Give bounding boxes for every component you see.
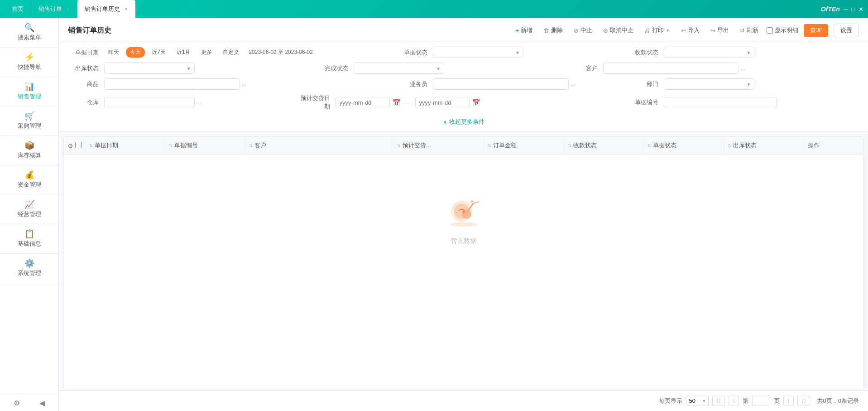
product-ellipsis-btn[interactable]: ... (242, 81, 246, 87)
display-toggle[interactable]: 显示明细 (767, 26, 798, 34)
calendar-end-icon[interactable]: 📅 (472, 99, 480, 106)
sort-customer-icon[interactable]: ⇅ (249, 143, 253, 148)
receipt-status-select[interactable] (664, 47, 754, 58)
receipt-status-select-wrapper (664, 47, 754, 58)
topbar-right: OfTEn ─ □ ✕ (821, 5, 863, 13)
th-date: ⇅ 单据日期 (85, 137, 165, 155)
sidebar-item-finance[interactable]: 💰 资金管理 (0, 165, 58, 195)
sort-amount-icon[interactable]: ⇅ (488, 143, 491, 148)
th-operations: 操作 (804, 137, 863, 155)
prev-page-button[interactable]: ⟨ (729, 396, 739, 406)
product-control: ... (104, 78, 397, 90)
settings-button[interactable]: 设置 (834, 24, 859, 37)
delivery-end-input[interactable] (415, 97, 470, 108)
collapse-sidebar-icon[interactable]: ◀ (39, 399, 45, 407)
date-today-btn[interactable]: 今天 (126, 47, 145, 58)
maximize-icon[interactable]: □ (851, 6, 855, 13)
sidebar-item-inventory[interactable]: 📦 库存核算 (0, 136, 58, 165)
sort-receipt-icon[interactable]: ⇅ (568, 143, 571, 148)
basic-info-icon: 📋 (24, 230, 34, 238)
close-sales-order-tab[interactable]: × (67, 6, 70, 12)
bill-status-control (433, 47, 628, 58)
warehouse-ellipsis-btn[interactable]: ... (197, 99, 201, 106)
per-page-select[interactable]: 10 20 50 100 (686, 396, 709, 406)
first-page-button[interactable]: ⟨⟨ (712, 396, 725, 406)
bill-number-input[interactable] (664, 97, 777, 108)
outbound-status-select[interactable] (104, 63, 195, 74)
select-all-checkbox[interactable] (75, 142, 82, 148)
delivery-start-input[interactable] (336, 97, 390, 108)
date-more-btn[interactable]: 更多 (197, 47, 216, 58)
import-button[interactable]: ↩ 导入 (678, 24, 702, 36)
outbound-select-wrapper (104, 63, 195, 74)
filter-row-3: 商品 ... 业务员 ... 部门 (68, 78, 859, 90)
complete-status-select[interactable] (354, 63, 444, 74)
calendar-start-icon[interactable]: 📅 (393, 99, 400, 106)
sort-outbound-icon[interactable]: ⇅ (728, 143, 731, 148)
cancel-stop-button[interactable]: ⊘ 取消中止 (600, 24, 636, 36)
bill-status-select[interactable] (433, 47, 523, 58)
display-toggle-checkbox[interactable] (767, 27, 773, 34)
th-receipt-status: ⇅ 收款状态 (564, 137, 644, 155)
sidebar-item-system[interactable]: ⚙️ 系统管理 (0, 254, 58, 283)
department-control (664, 78, 859, 90)
date-custom-btn[interactable]: 自定义 (219, 47, 243, 58)
search-icon: 🔍 (24, 24, 34, 32)
delete-button[interactable]: 🗑 删除 (541, 24, 566, 36)
date-1month-btn[interactable]: 近1月 (173, 47, 195, 58)
bill-number-label: 单据编号 (628, 98, 664, 106)
bill-status-select-wrapper (433, 47, 523, 58)
page-label: 第 (743, 397, 748, 405)
last-page-button[interactable]: ⟩⟩ (797, 396, 810, 406)
salesperson-input[interactable] (433, 78, 569, 90)
customer-ellipsis-btn[interactable]: ... (741, 65, 745, 72)
next-page-button[interactable]: ⟩ (783, 396, 794, 406)
table-area: ⚙ ⇅ 单据日期 ⇅ 单据编号 (63, 136, 863, 390)
tab-sales-order-history[interactable]: 销售订单历史 × (77, 0, 135, 18)
stop-button[interactable]: ⊘ 中止 (571, 24, 595, 36)
sort-number-icon[interactable]: ⇅ (169, 143, 173, 148)
print-button[interactable]: 🖨 打印 ▼ (642, 24, 673, 36)
collapse-button[interactable]: ∧ 收起更多条件 (443, 118, 484, 126)
department-select[interactable] (664, 78, 754, 90)
page-title: 销售订单历史 (68, 26, 111, 35)
table-header-row: ⚙ ⇅ 单据日期 ⇅ 单据编号 (64, 137, 863, 155)
refresh-button[interactable]: ↺ 刷新 (737, 24, 761, 36)
date-yesterday-btn[interactable]: 昨天 (104, 47, 123, 58)
tab-home[interactable]: 首页 (5, 0, 31, 18)
th-bill-status: ⇅ 单据状态 (644, 137, 724, 155)
sidebar-item-basic-info[interactable]: 📋 基础信息 (0, 224, 58, 254)
department-select-wrapper (664, 78, 754, 90)
sidebar-item-operations[interactable]: 📈 经营管理 (0, 195, 58, 224)
export-button[interactable]: ↪ 导出 (708, 24, 732, 36)
sidebar-item-quick-nav[interactable]: ⚡ 快捷导航 (0, 48, 58, 77)
add-button[interactable]: + 新增 (513, 24, 536, 36)
product-input[interactable] (104, 78, 240, 90)
sidebar-bottom: ⚙ ◀ (0, 395, 58, 411)
close-history-tab[interactable]: × (125, 6, 128, 12)
date-7days-btn[interactable]: 近7天 (148, 47, 170, 58)
customer-input[interactable] (603, 63, 739, 74)
total-text: 共0页，0条记录 (817, 397, 859, 405)
print-icon: 🖨 (644, 27, 650, 34)
query-button[interactable]: 查询 (804, 24, 828, 37)
sort-delivery-icon[interactable]: ⇅ (397, 143, 401, 148)
sort-date-icon[interactable]: ⇅ (89, 143, 93, 148)
settings-icon[interactable]: ⚙ (14, 399, 20, 407)
sidebar-item-search[interactable]: 🔍 搜索菜单 (0, 18, 58, 48)
finance-icon: 💰 (24, 171, 34, 179)
salesperson-control: ... (433, 78, 628, 90)
sidebar-item-sales[interactable]: 📊 销售管理 (0, 77, 58, 106)
content-area: 销售订单历史 + 新增 🗑 删除 ⊘ 中止 ⊘ 取消中止 (59, 18, 868, 411)
collapse-up-icon: ∧ (443, 119, 447, 126)
complete-select-wrapper (354, 63, 444, 74)
salesperson-ellipsis-btn[interactable]: ... (571, 81, 575, 87)
minimize-icon[interactable]: ─ (844, 6, 848, 13)
table-settings-icon[interactable]: ⚙ (67, 142, 73, 150)
window-close-icon[interactable]: ✕ (858, 6, 863, 13)
warehouse-input[interactable] (104, 97, 195, 108)
sort-bill-icon[interactable]: ⇅ (647, 143, 651, 148)
page-input[interactable]: 1 (752, 396, 770, 406)
sidebar-item-purchase[interactable]: 🛒 采购管理 (0, 106, 58, 136)
tab-sales-order[interactable]: 销售订单 × (31, 0, 77, 18)
